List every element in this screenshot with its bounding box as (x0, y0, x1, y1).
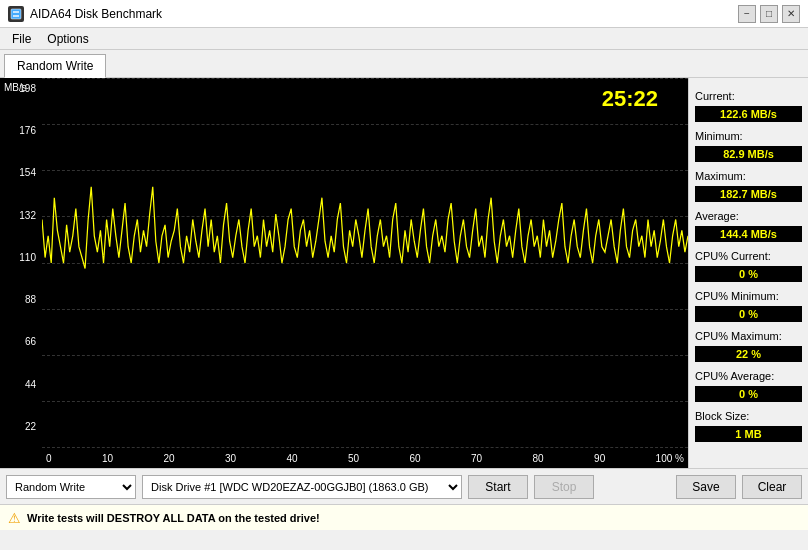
svg-rect-1 (13, 11, 19, 13)
warning-bar: ⚠ Write tests will DESTROY ALL DATA on t… (0, 504, 808, 530)
chart-yaxis: 198 176 154 132 110 88 66 44 22 (0, 78, 42, 468)
tab-bar: Random Write (0, 50, 808, 78)
window-title: AIDA64 Disk Benchmark (30, 7, 162, 21)
cpu-minimum-label: CPU% Minimum: (695, 290, 802, 302)
xlabel-100: 100 % (656, 453, 684, 464)
maximum-label: Maximum: (695, 170, 802, 182)
maximum-value: 182.7 MB/s (695, 186, 802, 202)
xlabel-30: 30 (225, 453, 236, 464)
test-dropdown[interactable]: Random Write Linear Read Linear Write Ra… (6, 475, 136, 499)
block-size-label: Block Size: (695, 410, 802, 422)
close-button[interactable]: ✕ (782, 5, 800, 23)
xlabel-0: 0 (46, 453, 52, 464)
ylabel-22: 22 (2, 421, 40, 432)
menu-options[interactable]: Options (39, 30, 96, 48)
title-buttons: − □ ✕ (738, 5, 800, 23)
app-icon (8, 6, 24, 22)
title-bar: AIDA64 Disk Benchmark − □ ✕ (0, 0, 808, 28)
start-button[interactable]: Start (468, 475, 528, 499)
chart-area: MB/s 25:22 198 176 154 132 110 88 66 44 … (0, 78, 688, 468)
bottom-bar: Random Write Linear Read Linear Write Ra… (0, 468, 808, 504)
chart-xaxis: 0 10 20 30 40 50 60 70 80 90 100 % (42, 448, 688, 468)
xlabel-80: 80 (533, 453, 544, 464)
ylabel-44: 44 (2, 379, 40, 390)
ylabel-176: 176 (2, 125, 40, 136)
cpu-maximum-value: 22 % (695, 346, 802, 362)
xlabel-60: 60 (410, 453, 421, 464)
cpu-average-value: 0 % (695, 386, 802, 402)
ylabel-154: 154 (2, 167, 40, 178)
block-size-value: 1 MB (695, 426, 802, 442)
xlabel-70: 70 (471, 453, 482, 464)
minimum-label: Minimum: (695, 130, 802, 142)
warning-icon: ⚠ (8, 510, 21, 526)
average-label: Average: (695, 210, 802, 222)
ylabel-88: 88 (2, 294, 40, 305)
cpu-average-label: CPU% Average: (695, 370, 802, 382)
current-value: 122.6 MB/s (695, 106, 802, 122)
clear-button[interactable]: Clear (742, 475, 802, 499)
save-button[interactable]: Save (676, 475, 736, 499)
ylabel-198: 198 (2, 83, 40, 94)
cpu-current-value: 0 % (695, 266, 802, 282)
cpu-current-label: CPU% Current: (695, 250, 802, 262)
menu-file[interactable]: File (4, 30, 39, 48)
maximize-button[interactable]: □ (760, 5, 778, 23)
chart-svg-container (42, 78, 688, 448)
warning-text: Write tests will DESTROY ALL DATA on the… (27, 512, 320, 524)
drive-dropdown[interactable]: Disk Drive #1 [WDC WD20EZAZ-00GGJB0] (18… (142, 475, 462, 499)
title-left: AIDA64 Disk Benchmark (8, 6, 162, 22)
minimum-value: 82.9 MB/s (695, 146, 802, 162)
stop-button[interactable]: Stop (534, 475, 594, 499)
tab-random-write[interactable]: Random Write (4, 54, 106, 78)
ylabel-132: 132 (2, 210, 40, 221)
ylabel-110: 110 (2, 252, 40, 263)
main-area: MB/s 25:22 198 176 154 132 110 88 66 44 … (0, 78, 808, 468)
xlabel-10: 10 (102, 453, 113, 464)
current-label: Current: (695, 90, 802, 102)
cpu-maximum-label: CPU% Maximum: (695, 330, 802, 342)
xlabel-20: 20 (163, 453, 174, 464)
average-value: 144.4 MB/s (695, 226, 802, 242)
ylabel-66: 66 (2, 336, 40, 347)
minimize-button[interactable]: − (738, 5, 756, 23)
svg-rect-2 (13, 15, 19, 17)
menu-bar: File Options (0, 28, 808, 50)
xlabel-40: 40 (287, 453, 298, 464)
stats-panel: Current: 122.6 MB/s Minimum: 82.9 MB/s M… (688, 78, 808, 468)
cpu-minimum-value: 0 % (695, 306, 802, 322)
xlabel-90: 90 (594, 453, 605, 464)
svg-rect-0 (11, 9, 21, 19)
xlabel-50: 50 (348, 453, 359, 464)
